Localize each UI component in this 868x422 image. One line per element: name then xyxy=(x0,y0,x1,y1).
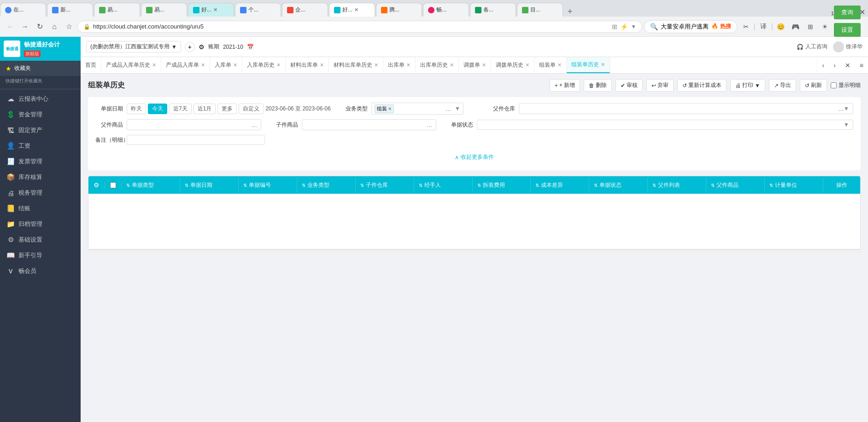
sidebar-item-cloud-reports[interactable]: ☁ 云报表中心 xyxy=(0,91,81,107)
browser-tab-8[interactable]: 好... ✕ xyxy=(329,3,375,17)
th-column-settings[interactable]: ⚙ xyxy=(88,181,105,189)
tag-close-biz-type[interactable]: ✕ xyxy=(388,106,392,111)
settings-button[interactable]: ⚙ xyxy=(199,43,205,51)
nav-tab-assembly-history[interactable]: 组装单历史 ✕ xyxy=(567,57,610,73)
nav-tab-in[interactable]: 入库单 ✕ xyxy=(210,58,242,73)
forward-button[interactable]: → xyxy=(18,20,31,33)
bookmark-button[interactable]: ☆ xyxy=(63,20,76,33)
nav-tab-out[interactable]: 出库单 ✕ xyxy=(383,58,416,73)
user-menu[interactable]: 徐泽华 xyxy=(833,41,862,52)
child-goods-more[interactable]: ... xyxy=(427,121,432,128)
browser-tab-7[interactable]: 企... xyxy=(282,3,328,17)
home-button[interactable]: ⌂ xyxy=(48,20,61,33)
browser-tab-12[interactable]: 目... xyxy=(517,3,563,17)
tabs-close-current[interactable]: ✕ xyxy=(840,59,855,72)
browser-tab-2[interactable]: 新... xyxy=(47,3,93,17)
reload-button[interactable]: ↻ xyxy=(33,20,46,33)
sort-icon-parent-goods[interactable]: ⇅ xyxy=(711,183,715,188)
nav-tab-out-history[interactable]: 出库单历史 ✕ xyxy=(416,58,459,73)
scissors-icon[interactable]: ✂ xyxy=(739,20,753,34)
export-button[interactable]: ↗ 导出 xyxy=(769,79,796,92)
nav-tab-close-3[interactable]: ✕ xyxy=(233,62,237,68)
browser-tab-9[interactable]: 腾... xyxy=(376,3,422,17)
nav-tab-material-out-history[interactable]: 材料出库单历史 ✕ xyxy=(329,58,383,73)
emoji-icon[interactable]: 😊 xyxy=(774,20,788,34)
collapse-bar[interactable]: ∧ 收起更多条件 xyxy=(95,150,853,165)
yesterday-btn[interactable]: 昨天 xyxy=(127,104,146,114)
brightness-icon[interactable]: ☀ xyxy=(818,20,832,34)
show-detail-checkbox[interactable]: 显示明细 xyxy=(831,81,861,89)
sidebar-item-membership[interactable]: V 畅会员 xyxy=(0,263,81,279)
nav-tab-close-4[interactable]: ✕ xyxy=(276,62,281,68)
more-date-btn[interactable]: 更多 xyxy=(217,104,237,114)
tab-close-5[interactable]: ✕ xyxy=(213,7,217,13)
nav-tab-finished-in-history[interactable]: 产成品入库单历史 ✕ xyxy=(101,58,161,73)
nav-tab-material-out[interactable]: 材料出库单 ✕ xyxy=(286,58,329,73)
audit-button[interactable]: ✔ 审核 xyxy=(616,79,643,92)
url-dropdown-icon[interactable]: ▼ xyxy=(631,23,636,30)
sort-icon-parent-list[interactable]: ⇅ xyxy=(652,183,656,188)
game-icon[interactable]: 🎮 xyxy=(789,20,803,34)
nav-tab-transfer[interactable]: 调拨单 ✕ xyxy=(459,58,491,73)
nav-tab-close-5[interactable]: ✕ xyxy=(320,62,324,68)
biz-type-more[interactable]: ... xyxy=(444,104,453,113)
custom-date-btn[interactable]: 自定义 xyxy=(239,104,264,114)
delete-button[interactable]: 🗑 删除 xyxy=(584,79,612,92)
period-selector[interactable]: 账期 2021-10 📅 xyxy=(208,43,254,51)
sort-icon-number[interactable]: ⇅ xyxy=(243,183,247,188)
nav-tab-close-8[interactable]: ✕ xyxy=(450,62,454,68)
nav-tab-close-12[interactable]: ✕ xyxy=(601,62,605,68)
service-button[interactable]: 🎧 人工咨询 xyxy=(797,43,827,51)
refresh-button[interactable]: ↺ 刷新 xyxy=(800,79,827,92)
nav-tab-close-10[interactable]: ✕ xyxy=(525,62,529,68)
grid-icon[interactable]: ⊞ xyxy=(803,20,817,34)
nav-tab-in-history[interactable]: 入库单历史 ✕ xyxy=(242,58,286,73)
parent-goods-input[interactable]: ... xyxy=(127,119,261,130)
sidebar-item-settings[interactable]: ⚙ 基础设置 xyxy=(0,232,81,248)
sidebar-item-inventory[interactable]: 📦 库存核算 xyxy=(0,169,81,185)
sidebar-collection[interactable]: ★ 收藏夹 xyxy=(0,61,81,76)
nav-tab-close-1[interactable]: ✕ xyxy=(152,62,156,68)
sort-icon-handler[interactable]: ⇅ xyxy=(419,183,422,188)
tabs-next-arrow[interactable]: › xyxy=(829,59,840,72)
search-bar[interactable]: 🔍 大量安卓用户逃离 🔥 热搜 xyxy=(644,20,737,33)
sidebar-item-funds[interactable]: 💲 资金管理 xyxy=(0,107,81,122)
biz-type-dropdown[interactable]: ▼ xyxy=(455,105,460,112)
add-company-button[interactable]: + xyxy=(185,42,195,52)
order-status-dropdown[interactable]: ▼ xyxy=(844,121,849,128)
last7-btn[interactable]: 近7天 xyxy=(169,104,192,114)
select-all-checkbox[interactable] xyxy=(110,182,116,188)
parent-warehouse-more[interactable]: ... xyxy=(838,105,844,112)
browser-tab-10[interactable]: 畅... xyxy=(423,3,469,17)
sort-icon-unit[interactable]: ⇅ xyxy=(769,183,773,188)
sidebar-item-salary[interactable]: 👤 工资 xyxy=(0,138,81,154)
parent-warehouse-dropdown[interactable]: ▼ xyxy=(844,105,849,112)
browser-tab-1[interactable]: 在... xyxy=(0,3,46,17)
recalc-button[interactable]: ↺ 重新计算成本 xyxy=(677,79,727,92)
sort-icon-child-wh[interactable]: ⇅ xyxy=(360,183,364,188)
nav-tab-assembly[interactable]: 组装单 ✕ xyxy=(534,58,567,73)
sidebar-item-checkout[interactable]: 📒 结账 xyxy=(0,201,81,216)
nav-tab-close-7[interactable]: ✕ xyxy=(406,62,411,68)
browser-tab-6[interactable]: 个... xyxy=(235,3,281,17)
company-selector[interactable]: (勿删勿禁用）江西服宝测试专用 ▼ xyxy=(86,41,181,52)
tab-close-8[interactable]: ✕ xyxy=(354,7,358,13)
translate-icon[interactable]: 译 xyxy=(757,20,770,34)
browser-tab-4[interactable]: 易... xyxy=(141,3,187,17)
back-button[interactable]: ← xyxy=(4,20,17,33)
sort-icon-date[interactable]: ⇅ xyxy=(185,183,188,188)
browser-tab-5[interactable]: 好... ✕ xyxy=(188,3,234,17)
sort-icon-biz[interactable]: ⇅ xyxy=(302,183,305,188)
browser-tab-3[interactable]: 易... xyxy=(94,3,140,17)
nav-tab-close-2[interactable]: ✕ xyxy=(201,62,205,68)
sort-icon-cost[interactable]: ⇅ xyxy=(535,183,539,188)
parent-goods-more[interactable]: ... xyxy=(252,121,257,128)
parent-warehouse-input[interactable]: ... ▼ xyxy=(519,103,853,114)
nav-tab-close-9[interactable]: ✕ xyxy=(482,62,486,68)
print-button[interactable]: 🖨 打印 ▼ xyxy=(730,79,765,92)
sort-icon-fee[interactable]: ⇅ xyxy=(477,183,481,188)
today-btn[interactable]: 今天 xyxy=(148,104,167,114)
sort-icon-type[interactable]: ⇅ xyxy=(126,183,130,188)
url-bar[interactable]: 🔒 https://cloud.chanjet.com/accounting/u… xyxy=(77,21,642,33)
biz-type-input[interactable]: 组装 ✕ ... ▼ xyxy=(371,103,463,115)
